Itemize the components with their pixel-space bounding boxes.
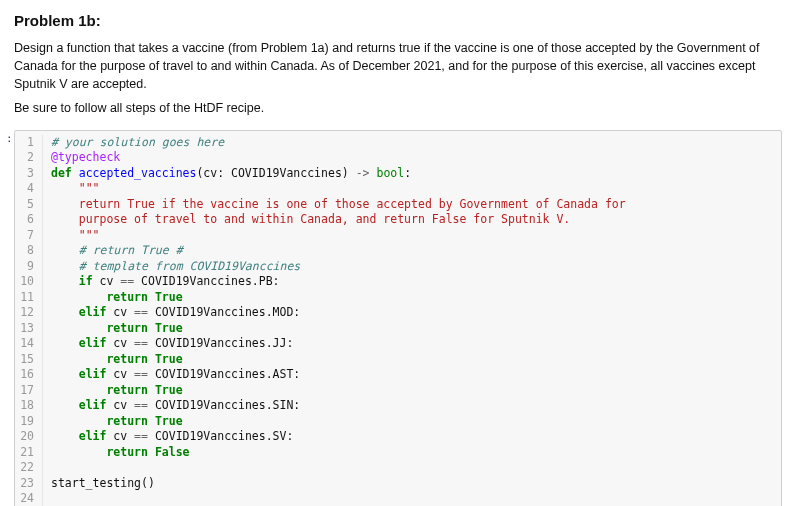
line-number: 10 xyxy=(15,274,43,290)
code-line[interactable]: 18 elif cv == COVID19Vanccines.SIN: xyxy=(15,398,781,414)
input-prompt: : xyxy=(6,132,13,145)
code-content[interactable]: # your solution goes here xyxy=(43,135,781,151)
line-number: 22 xyxy=(15,460,43,476)
code-line[interactable]: 12 elif cv == COVID19Vanccines.MOD: xyxy=(15,305,781,321)
code-content[interactable]: def accepted_vaccines(cv: COVID19Vanccin… xyxy=(43,166,781,182)
code-content[interactable]: return True xyxy=(43,414,781,430)
code-content[interactable]: return True if the vaccine is one of tho… xyxy=(43,197,781,213)
code-content[interactable] xyxy=(43,460,781,476)
code-content[interactable]: return True xyxy=(43,321,781,337)
code-cell-wrapper: : 1# your solution goes here2@typecheck3… xyxy=(14,130,782,507)
line-number: 2 xyxy=(15,150,43,166)
line-number: 7 xyxy=(15,228,43,244)
code-content[interactable]: elif cv == COVID19Vanccines.MOD: xyxy=(43,305,781,321)
code-content[interactable]: return True xyxy=(43,352,781,368)
line-number: 4 xyxy=(15,181,43,197)
code-line[interactable]: 20 elif cv == COVID19Vanccines.SV: xyxy=(15,429,781,445)
code-content[interactable]: # template from COVID19Vanccines xyxy=(43,259,781,275)
line-number: 14 xyxy=(15,336,43,352)
code-line[interactable]: 3def accepted_vaccines(cv: COVID19Vancci… xyxy=(15,166,781,182)
code-content[interactable]: return True xyxy=(43,383,781,399)
line-number: 1 xyxy=(15,135,43,151)
line-number: 12 xyxy=(15,305,43,321)
code-content[interactable] xyxy=(43,491,781,506)
line-number: 21 xyxy=(15,445,43,461)
code-content[interactable]: return True xyxy=(43,290,781,306)
line-number: 23 xyxy=(15,476,43,492)
code-content[interactable]: """ xyxy=(43,181,781,197)
code-content[interactable]: purpose of travel to and within Canada, … xyxy=(43,212,781,228)
line-number: 19 xyxy=(15,414,43,430)
code-line[interactable]: 6 purpose of travel to and within Canada… xyxy=(15,212,781,228)
code-line[interactable]: 5 return True if the vaccine is one of t… xyxy=(15,197,781,213)
code-line[interactable]: 19 return True xyxy=(15,414,781,430)
line-number: 3 xyxy=(15,166,43,182)
line-number: 13 xyxy=(15,321,43,337)
line-number: 20 xyxy=(15,429,43,445)
code-line[interactable]: 16 elif cv == COVID19Vanccines.AST: xyxy=(15,367,781,383)
code-line[interactable]: 21 return False xyxy=(15,445,781,461)
code-content[interactable]: if cv == COVID19Vanccines.PB: xyxy=(43,274,781,290)
line-number: 11 xyxy=(15,290,43,306)
code-line[interactable]: 22 xyxy=(15,460,781,476)
code-line[interactable]: 1# your solution goes here xyxy=(15,135,781,151)
line-number: 6 xyxy=(15,212,43,228)
code-content[interactable]: # return True # xyxy=(43,243,781,259)
line-number: 8 xyxy=(15,243,43,259)
code-content[interactable]: elif cv == COVID19Vanccines.SV: xyxy=(43,429,781,445)
code-line[interactable]: 24 xyxy=(15,491,781,506)
line-number: 18 xyxy=(15,398,43,414)
code-content[interactable]: @typecheck xyxy=(43,150,781,166)
code-line[interactable]: 8 # return True # xyxy=(15,243,781,259)
code-line[interactable]: 2@typecheck xyxy=(15,150,781,166)
code-line[interactable]: 23start_testing() xyxy=(15,476,781,492)
line-number: 9 xyxy=(15,259,43,275)
problem-description-2: Be sure to follow all steps of the HtDF … xyxy=(14,99,782,117)
code-line[interactable]: 13 return True xyxy=(15,321,781,337)
code-line[interactable]: 11 return True xyxy=(15,290,781,306)
code-content[interactable]: """ xyxy=(43,228,781,244)
code-content[interactable]: start_testing() xyxy=(43,476,781,492)
line-number: 5 xyxy=(15,197,43,213)
problem-title: Problem 1b: xyxy=(14,12,782,29)
line-number: 17 xyxy=(15,383,43,399)
code-content[interactable]: elif cv == COVID19Vanccines.AST: xyxy=(43,367,781,383)
code-content[interactable]: return False xyxy=(43,445,781,461)
code-line[interactable]: 17 return True xyxy=(15,383,781,399)
problem-description-1: Design a function that takes a vaccine (… xyxy=(14,39,782,93)
line-number: 24 xyxy=(15,491,43,506)
line-number: 15 xyxy=(15,352,43,368)
code-cell[interactable]: 1# your solution goes here2@typecheck3de… xyxy=(14,130,782,507)
code-content[interactable]: elif cv == COVID19Vanccines.JJ: xyxy=(43,336,781,352)
code-line[interactable]: 14 elif cv == COVID19Vanccines.JJ: xyxy=(15,336,781,352)
code-line[interactable]: 15 return True xyxy=(15,352,781,368)
line-number: 16 xyxy=(15,367,43,383)
code-line[interactable]: 9 # template from COVID19Vanccines xyxy=(15,259,781,275)
code-line[interactable]: 7 """ xyxy=(15,228,781,244)
code-line[interactable]: 10 if cv == COVID19Vanccines.PB: xyxy=(15,274,781,290)
code-content[interactable]: elif cv == COVID19Vanccines.SIN: xyxy=(43,398,781,414)
code-line[interactable]: 4 """ xyxy=(15,181,781,197)
